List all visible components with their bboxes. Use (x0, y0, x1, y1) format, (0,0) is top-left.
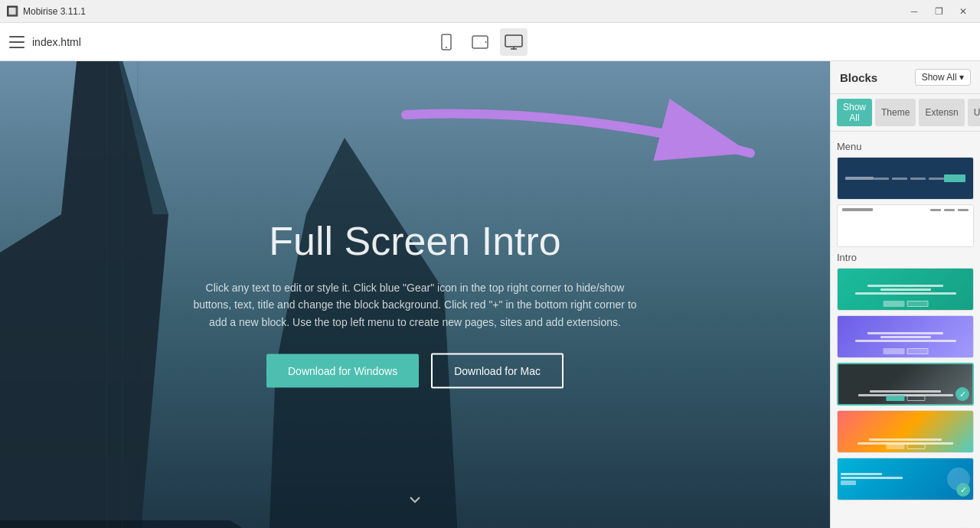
tab-extension[interactable]: Extensn (919, 99, 964, 126)
maximize-button[interactable]: ❐ (928, 4, 949, 19)
minimize-button[interactable]: ─ (903, 4, 925, 19)
title-bar: 🔲 Mobirise 3.11.1 ─ ❐ ✕ (0, 0, 980, 23)
sidebar: Blocks Show All ▾ Show All Theme Extensn… (830, 61, 980, 528)
tablet-icon (472, 34, 488, 50)
close-button[interactable]: ✕ (952, 4, 974, 19)
menu-block-2[interactable] (837, 204, 974, 247)
toolbar-left: index.html (9, 36, 81, 48)
app-icon: 🔲 (6, 5, 18, 17)
canvas-area: Full Screen Intro Click any text to edit… (0, 61, 830, 528)
menu-icon[interactable] (9, 36, 24, 48)
svg-point-1 (446, 47, 447, 48)
scroll-down-arrow (406, 491, 424, 513)
intro-block-fullscreen-sunset[interactable] (837, 410, 974, 453)
title-bar-controls: ─ ❐ ✕ (903, 4, 974, 19)
chevron-down-icon (406, 491, 424, 509)
hero-buttons: Download for Windows Download for Mac (185, 354, 645, 389)
svg-point-3 (485, 41, 486, 43)
device-switcher (433, 28, 528, 56)
tab-user[interactable]: User (968, 99, 980, 126)
app-container: index.html (0, 23, 980, 528)
main-area: Full Screen Intro Click any text to edit… (0, 61, 980, 528)
hero-content: Full Screen Intro Click any text to edit… (185, 218, 645, 389)
sidebar-header: Blocks Show All ▾ (831, 61, 980, 94)
menu-block-1[interactable] (837, 157, 974, 200)
intro-section-label: Intro (837, 252, 974, 263)
intro-media-text-col (841, 473, 944, 485)
hero-description: Click any text to edit or style it. Clic… (185, 279, 645, 331)
mobile-icon (439, 34, 453, 51)
desktop-icon (505, 34, 523, 50)
show-all-dropdown-button[interactable]: Show All ▾ (915, 69, 971, 86)
download-windows-button[interactable]: Download for Windows (266, 354, 419, 388)
menu-section-label: Menu (837, 141, 974, 152)
intro-block-gradient-teal[interactable] (837, 268, 974, 311)
file-title: index.html (32, 36, 81, 48)
intro-block-with-media[interactable]: ✓ (837, 458, 974, 500)
sidebar-tabs: Show All Theme Extensn User (831, 94, 980, 132)
mobile-view-button[interactable] (433, 28, 460, 56)
add-block-teal-icon[interactable]: ✓ (956, 483, 970, 497)
intro-block-gradient-purple[interactable] (837, 315, 974, 358)
sidebar-title: Blocks (840, 71, 877, 84)
download-mac-button[interactable]: Download for Mac (431, 354, 564, 389)
tab-theme[interactable]: Theme (875, 99, 916, 126)
hero-title: Full Screen Intro (185, 218, 645, 264)
tab-show-all[interactable]: Show All (837, 99, 872, 126)
app-title: Mobirise 3.11.1 (23, 6, 86, 17)
desktop-view-button[interactable] (500, 28, 528, 56)
title-bar-left: 🔲 Mobirise 3.11.1 (6, 5, 86, 17)
intro-block-fullscreen-dark[interactable]: ✓ (837, 363, 974, 406)
tablet-view-button[interactable] (466, 28, 494, 56)
svg-rect-4 (505, 35, 522, 47)
selected-check-icon: ✓ (956, 387, 969, 401)
sidebar-content[interactable]: Menu (831, 132, 980, 528)
toolbar: index.html (0, 23, 980, 61)
